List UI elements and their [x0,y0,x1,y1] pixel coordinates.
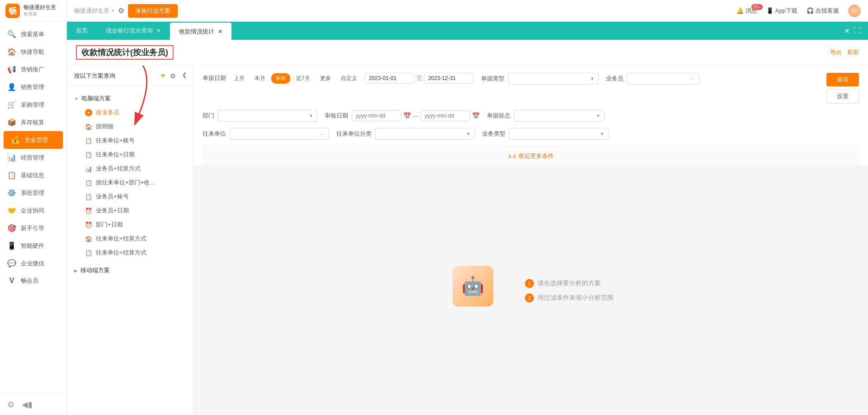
export-btn[interactable]: 导出 [830,48,842,57]
tab-collection-stats[interactable]: 收款情况统计 ✕ [170,23,231,41]
breadcrumb-arrow: ▾ [111,7,114,14]
scheme-item-unit-dept[interactable]: 📋 按往来单位+部门+收... [78,176,189,189]
date-tag-last-month[interactable]: 上月 [230,73,249,84]
dept-select[interactable]: ▾ [218,110,317,122]
bell-icon: 🔔 [736,7,744,14]
service-icon: 🎧 [807,7,814,14]
settings-footer-icon[interactable]: ⚙ [7,400,14,410]
scheme-item-icon-unit-method2: 📋 [85,250,92,256]
scheme-item-unit-date[interactable]: 📋 往来单位+日期 [78,148,189,161]
salesman-select[interactable]: ··· [627,73,699,85]
refresh-btn[interactable]: 刷新 [847,48,859,57]
app-download-btn[interactable]: 📱 App下载 [766,7,797,15]
scheme-group-desktop-header[interactable]: ▼ 电脑端方案 [67,92,193,105]
page-title: 收款情况统计(按业务员) [76,45,174,60]
purchase-icon: 🛒 [7,100,16,109]
dept-chevron: ▾ [310,113,312,119]
member-icon: V [7,277,16,285]
scheme-gear-icon[interactable]: ⚙ [170,72,176,80]
doc-type-chevron: ▾ [591,75,594,82]
collapse-up-icon: ∧∧ [508,153,517,160]
scheme-item-by-detail[interactable]: 🏠 按明细 [78,120,189,133]
sidebar-item-sales[interactable]: 👤 销售管理 [0,78,66,96]
window-close-icon[interactable]: ✕ [844,27,850,35]
date-dash: 至 [416,74,422,82]
sidebar-item-wechat[interactable]: 💬 企业微信 [0,255,66,272]
sidebar-item-smarthw[interactable]: 📱 智能硬件 [0,237,66,255]
date-from-input[interactable] [365,73,415,84]
scheme-item-unit-method2[interactable]: 📋 往来单位+结算方式 [78,246,189,259]
date-tag-7days[interactable]: 近7天 [292,73,314,84]
sidebar-nav: 🔍 搜索菜单 🏠 快捷导航 📢 营销推广 👤 销售管理 🛒 采购管理 📦 库存核… [0,22,66,394]
sidebar-item-marketing[interactable]: 📢 营销推广 [0,61,66,78]
scheme-item-salesman-date[interactable]: ⏰ 业务员+日期 [78,204,189,217]
partner-cat-select[interactable]: ▾ [375,128,475,140]
scheme-item-icon-unit-dept: 📋 [85,179,92,186]
date-tag-this-month[interactable]: 本月 [250,73,269,84]
scheme-item-by-salesman[interactable]: ● 按业务员 [78,106,189,119]
scheme-item-salesman-method[interactable]: 📊 业务员+结算方式 [78,162,189,175]
scheme-group-mobile-header[interactable]: ▶ 移动端方案 [67,264,193,277]
window-maximize-icon[interactable]: ⛶ [854,27,861,35]
notification-badge: 99+ [751,4,763,10]
sidebar-item-operations[interactable]: 📊 经营管理 [0,149,66,166]
tab-bank-flow[interactable]: 现金银行流水查询 ✕ [97,22,170,40]
sidebar-item-enterprise[interactable]: 🤝 企业协同 [0,202,66,219]
partner-select[interactable]: ··· [230,128,329,140]
tab-bank-flow-close[interactable]: ✕ [156,28,161,34]
sidebar-item-quicknav[interactable]: 🏠 快捷导航 [0,43,66,61]
step1-num: 1 [525,279,534,288]
partner-more-icon[interactable]: ··· [320,131,324,137]
sidebar-footer: ⚙ ◀▮ [0,394,66,415]
review-date-to[interactable] [420,110,470,121]
biz-type-chevron: ▾ [601,131,604,137]
sidebar-item-basics[interactable]: 📋 基础信息 [0,166,66,184]
review-date-from[interactable] [352,110,401,121]
trial-industry-btn[interactable]: 体验行业方案 [128,4,178,18]
date-tag-more[interactable]: 更多 [316,73,335,84]
sidebar-item-search[interactable]: 🔍 搜索菜单 [0,25,66,43]
right-panel: 单据日期 上月 本月 本年 近7天 更多 自定义 至 [193,66,868,415]
page-header: 收款情况统计(按业务员) 导出 刷新 [67,40,868,66]
query-btn[interactable]: 查询 [826,73,859,86]
collapse-filter-bar[interactable]: ∧∧ 收起更多条件 [203,146,859,165]
doc-status-select[interactable]: ▾ [514,110,604,122]
wechat-icon: 💬 [7,259,16,268]
notifications-btn[interactable]: 🔔 消息 99+ [736,7,757,15]
cal-icon-to[interactable]: 📅 [472,112,480,119]
scheme-item-dept-date[interactable]: ⏰ 部门+日期 [78,218,189,231]
scheme-item-icon-dept-date: ⏰ [85,222,92,228]
online-service-btn[interactable]: 🎧 在线客服 [807,7,839,15]
biz-type-select[interactable]: ▾ [509,128,609,140]
user-avatar[interactable]: Rit [848,5,861,17]
partner-cat-chevron: ▾ [467,131,470,137]
sidebar-item-system[interactable]: ⚙️ 系统管理 [0,184,66,202]
collapse-sidebar-icon[interactable]: ◀▮ [22,400,33,410]
settings-btn-topbar[interactable]: ⚙ [118,6,124,15]
date-to-input[interactable] [424,73,474,84]
scheme-collapse-icon[interactable]: 《 [179,72,186,80]
tab-collection-stats-close[interactable]: ✕ [218,28,222,35]
sidebar-item-newbie[interactable]: 🎯 新手引导 [0,219,66,237]
filter-settings-btn[interactable]: 设置 [826,89,859,104]
breadcrumb: 畅捷通好生意 ▾ [74,7,114,15]
sidebar-item-member[interactable]: V 畅会员 [0,272,66,289]
doc-type-select[interactable]: ▾ [508,73,599,85]
scheme-item-unit-account[interactable]: 📋 往来单位+账号 [78,134,189,147]
home-icon: 🏠 [7,47,16,56]
date-tag-this-year[interactable]: 本年 [271,73,290,84]
scheme-item-icon-salesman-method: 📊 [85,165,92,172]
sidebar-item-inventory[interactable]: 📦 库存核算 [0,113,66,131]
sidebar-logo: 畅 畅捷通好生意 标准版 [0,0,66,22]
date-tag-custom[interactable]: 自定义 [337,73,361,84]
sidebar-item-finance[interactable]: 💰 资金管理 [4,131,63,149]
scheme-item-unit-method1[interactable]: 🏠 往来单位+结算方式 [78,232,189,245]
cal-icon-from[interactable]: 📅 [403,112,411,119]
sidebar: 畅 畅捷通好生意 标准版 🔍 搜索菜单 🏠 快捷导航 📢 营销推广 👤 销售管理… [0,0,67,415]
scheme-list: ▼ 电脑端方案 ● 按业务员 🏠 按明细 [67,86,193,415]
scheme-item-salesman-acct[interactable]: 📋 业务员+账号 [78,190,189,203]
scheme-add-icon[interactable]: ＋ [159,71,166,80]
salesman-more-icon: ··· [690,75,694,82]
tab-home[interactable]: 首页 [67,22,97,40]
sidebar-item-purchase[interactable]: 🛒 采购管理 [0,96,66,113]
